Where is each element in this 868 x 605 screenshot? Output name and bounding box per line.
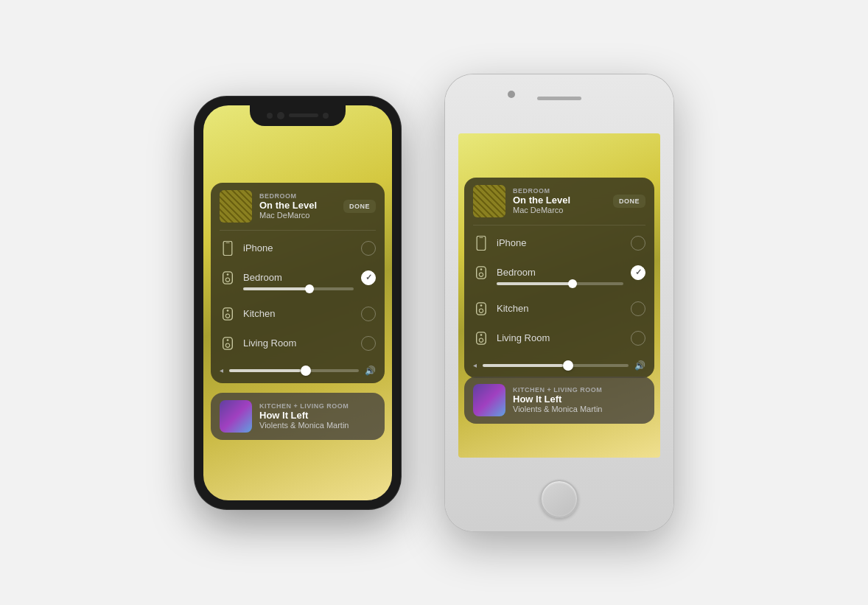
album-art-8 bbox=[473, 185, 505, 217]
vol-high-icon-x: 🔊 bbox=[365, 366, 376, 376]
done-button-x[interactable]: DONE bbox=[343, 200, 376, 213]
volume-fill-8 bbox=[483, 364, 563, 367]
device-row-kitchen-8[interactable]: Kitchen bbox=[464, 294, 654, 324]
device-name-bedroom-8: Bedroom bbox=[497, 267, 623, 278]
track-artist-8: Mac DeMarco bbox=[513, 206, 606, 214]
volume-row-8[interactable]: ◂ 🔊 bbox=[464, 356, 654, 378]
volume-track-x[interactable] bbox=[229, 369, 359, 372]
second-room-x: KITCHEN + LIVING ROOM bbox=[259, 402, 349, 410]
volume-fill-x bbox=[229, 369, 301, 372]
second-room-8: KITCHEN + LIVING ROOM bbox=[513, 386, 602, 394]
svg-point-18 bbox=[480, 304, 483, 307]
second-artist-x: Violents & Monica Martin bbox=[259, 421, 349, 430]
track-room-x: BEDROOM bbox=[259, 192, 336, 200]
device-name-livingroom-8: Living Room bbox=[497, 332, 623, 343]
speaker-icon-bedroom-8 bbox=[473, 265, 489, 281]
device-name-iphone-x: iPhone bbox=[243, 242, 354, 253]
top-speaker-8 bbox=[537, 97, 581, 100]
second-card-x[interactable]: KITCHEN + LIVING ROOM How It Left Violen… bbox=[211, 393, 385, 440]
device-row-livingroom-x[interactable]: Living Room bbox=[211, 329, 385, 358]
airplay-header-x: BEDROOM On the Level Mac DeMarco DONE bbox=[211, 183, 385, 230]
device-check-bedroom-8 bbox=[631, 265, 645, 280]
device-row-iphone-8[interactable]: iPhone bbox=[464, 228, 654, 258]
device-check-livingroom-x bbox=[361, 336, 376, 351]
track-artist-x: Mac DeMarco bbox=[259, 211, 336, 220]
device-row-livingroom-8[interactable]: Living Room bbox=[464, 324, 654, 353]
device-check-kitchen-8 bbox=[631, 301, 645, 316]
second-title-8: How It Left bbox=[513, 394, 602, 405]
speaker-icon-livingroom-x bbox=[220, 335, 236, 352]
volume-row-x[interactable]: ◂ 🔊 bbox=[211, 361, 385, 383]
second-title-x: How It Left bbox=[259, 410, 349, 421]
device-row-bedroom-x[interactable]: Bedroom bbox=[211, 263, 385, 299]
volume-thumb-x[interactable] bbox=[301, 366, 311, 376]
device-check-kitchen-x bbox=[361, 307, 376, 321]
track-title-x: On the Level bbox=[259, 200, 336, 211]
svg-point-7 bbox=[227, 310, 229, 312]
iphone-8: BEDROOM On the Level Mac DeMarco DONE bbox=[445, 74, 673, 531]
vol-low-icon-8: ◂ bbox=[473, 361, 477, 369]
scene: BEDROOM On the Level Mac DeMarco DONE bbox=[0, 0, 868, 605]
second-album-x bbox=[220, 400, 252, 433]
device-name-kitchen-8: Kitchen bbox=[497, 303, 623, 314]
home-button-8[interactable] bbox=[540, 480, 578, 518]
svg-point-17 bbox=[479, 309, 483, 312]
iphone-8-screen: BEDROOM On the Level Mac DeMarco DONE bbox=[458, 133, 660, 458]
track-info-x: BEDROOM On the Level Mac DeMarco bbox=[259, 192, 336, 220]
track-title-8: On the Level bbox=[513, 195, 606, 206]
notch-camera bbox=[277, 112, 284, 119]
iphone-x: BEDROOM On the Level Mac DeMarco DONE bbox=[195, 97, 401, 509]
vol-high-icon-8: 🔊 bbox=[634, 360, 645, 371]
second-track-info-8: KITCHEN + LIVING ROOM How It Left Violen… bbox=[513, 386, 602, 413]
volume-thumb-8[interactable] bbox=[563, 360, 573, 371]
device-row-iphone-x[interactable]: iPhone bbox=[211, 234, 385, 263]
album-art-x bbox=[220, 190, 252, 223]
device-name-kitchen-x: Kitchen bbox=[243, 308, 354, 319]
svg-rect-11 bbox=[477, 236, 486, 250]
device-check-bedroom-x bbox=[361, 270, 376, 285]
svg-point-9 bbox=[225, 343, 229, 347]
second-album-8 bbox=[473, 384, 505, 416]
phone-icon-8 bbox=[473, 235, 489, 251]
device-name-iphone-8: iPhone bbox=[497, 237, 623, 248]
device-check-iphone-x bbox=[361, 241, 376, 256]
device-list-8: iPhone Bedroom bbox=[464, 225, 654, 356]
phone-icon-x bbox=[220, 240, 236, 256]
done-button-8[interactable]: DONE bbox=[613, 195, 645, 208]
speaker-icon-kitchen-8 bbox=[473, 301, 489, 317]
second-card-8[interactable]: KITCHEN + LIVING ROOM How It Left Violen… bbox=[464, 377, 654, 424]
svg-point-21 bbox=[480, 334, 483, 336]
device-row-bedroom-8[interactable]: Bedroom bbox=[464, 258, 654, 294]
svg-point-10 bbox=[227, 339, 229, 341]
second-artist-8: Violents & Monica Martin bbox=[513, 405, 602, 413]
speaker-icon-livingroom-8 bbox=[473, 330, 489, 346]
airplay-card-8: BEDROOM On the Level Mac DeMarco DONE bbox=[464, 178, 654, 378]
svg-rect-0 bbox=[223, 241, 232, 255]
device-name-bedroom-x: Bedroom bbox=[243, 272, 354, 283]
notch-dot bbox=[267, 113, 273, 119]
second-track-info-x: KITCHEN + LIVING ROOM How It Left Violen… bbox=[259, 402, 349, 430]
front-camera-8 bbox=[508, 91, 515, 98]
svg-point-15 bbox=[480, 268, 483, 270]
notch-dot2 bbox=[323, 113, 329, 119]
airplay-card-x: BEDROOM On the Level Mac DeMarco DONE bbox=[211, 183, 385, 383]
svg-point-3 bbox=[225, 278, 229, 281]
volume-track-8[interactable] bbox=[483, 364, 629, 367]
svg-point-14 bbox=[479, 273, 483, 276]
notch-speaker bbox=[289, 113, 318, 117]
device-name-livingroom-x: Living Room bbox=[243, 338, 354, 349]
notch bbox=[250, 105, 346, 126]
device-check-livingroom-8 bbox=[631, 331, 645, 346]
track-room-8: BEDROOM bbox=[513, 187, 606, 195]
device-list-x: iPhone Bedroom bbox=[211, 231, 385, 361]
svg-point-4 bbox=[227, 273, 229, 276]
svg-point-20 bbox=[479, 338, 483, 342]
device-row-kitchen-x[interactable]: Kitchen bbox=[211, 299, 385, 329]
device-check-iphone-8 bbox=[631, 236, 645, 251]
vol-low-icon-x: ◂ bbox=[220, 366, 223, 374]
track-info-8: BEDROOM On the Level Mac DeMarco bbox=[513, 187, 606, 214]
speaker-icon-kitchen-x bbox=[220, 306, 236, 322]
airplay-header-8: BEDROOM On the Level Mac DeMarco DONE bbox=[464, 178, 654, 225]
speaker-icon-bedroom-x bbox=[220, 270, 236, 286]
svg-point-6 bbox=[225, 314, 229, 318]
